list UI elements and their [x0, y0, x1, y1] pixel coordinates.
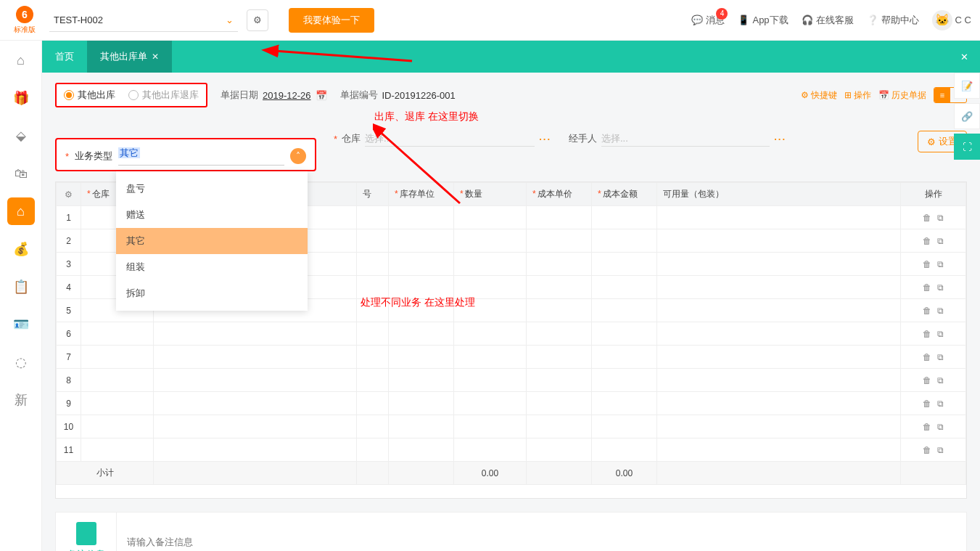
headset-icon: 🎧 — [802, 15, 813, 25]
doc-number-label: 单据编号 — [340, 89, 378, 102]
more-icon[interactable]: ··· — [539, 134, 551, 144]
remark-label: 备注信息 — [67, 548, 105, 551]
copy-row-icon[interactable]: ⧉ — [937, 352, 944, 362]
remark-input[interactable] — [117, 513, 966, 551]
messages-link[interactable]: 💬 消息 4 — [691, 14, 725, 27]
nav-id-icon[interactable]: 🪪 — [7, 311, 35, 338]
customer-service-label: 在线客服 — [816, 14, 854, 27]
view-list-button[interactable]: ≡ — [934, 88, 950, 102]
nav-gift-icon[interactable]: 🎁 — [7, 84, 35, 112]
table-row[interactable]: 7🗑⧉ — [57, 346, 966, 369]
radio-other-outbound[interactable]: 其他出库 — [64, 89, 115, 102]
copy-row-icon[interactable]: ⧉ — [937, 399, 944, 409]
annotation-text-1: 出库、退库 在这里切换 — [374, 110, 967, 123]
column-available: 可用量（包装） — [657, 183, 901, 206]
history-label: 历史单据 — [892, 89, 926, 102]
org-selector-value: TEST-H002 — [54, 15, 103, 25]
header-toolbar: ⚙快捷键 ⊞操作 📅历史单据 ≡ ⊞ — [801, 87, 967, 103]
dropdown-option-pankui[interactable]: 盘亏 — [116, 176, 308, 202]
delete-row-icon[interactable]: 🗑 — [923, 282, 931, 293]
dropdown-option-qita[interactable]: 其它 — [116, 228, 308, 254]
dropdown-option-zuzhuang[interactable]: 组装 — [116, 254, 308, 280]
settings-gear-button[interactable]: ⚙ — [247, 9, 268, 31]
more-icon[interactable]: ··· — [774, 134, 786, 144]
dropdown-option-chaixie[interactable]: 拆卸 — [116, 280, 308, 306]
doc-date-value[interactable]: 2019-12-26 — [263, 90, 311, 101]
tab-home[interactable]: 首页 — [42, 41, 87, 73]
customer-service-link[interactable]: 🎧 在线客服 — [802, 14, 854, 27]
subtotal-qty: 0.00 — [454, 462, 527, 485]
handler-select[interactable]: 经手人 选择... ··· — [569, 131, 786, 147]
table-row[interactable]: 10🗑⧉ — [57, 415, 966, 438]
nav-sync-icon[interactable]: ◌ — [7, 348, 35, 376]
doc-number-value: ID-20191226-001 — [382, 90, 456, 101]
delete-row-icon[interactable]: 🗑 — [923, 306, 931, 316]
table-row[interactable]: 8🗑⧉ — [57, 369, 966, 392]
nav-clipboard-icon[interactable]: 📋 — [7, 273, 35, 301]
delete-row-icon[interactable]: 🗑 — [923, 213, 931, 223]
dropdown-option-zengsong[interactable]: 赠送 — [116, 202, 308, 228]
rail-link-icon[interactable]: 🔗 — [954, 103, 980, 129]
delete-row-icon[interactable]: 🗑 — [923, 259, 931, 269]
rail-note-icon[interactable]: 📝 — [954, 73, 980, 99]
help-center-link[interactable]: ❔ 帮助中心 — [867, 14, 919, 27]
rail-expand-icon[interactable]: ⛶ — [954, 134, 980, 160]
copy-row-icon[interactable]: ⧉ — [937, 213, 944, 223]
ops-link[interactable]: ⊞操作 — [844, 89, 871, 102]
chevron-up-icon[interactable]: ˄ — [290, 148, 306, 164]
history-link[interactable]: 📅历史单据 — [878, 89, 926, 102]
nav-new-icon[interactable]: 新 — [7, 386, 35, 414]
nav-money-icon[interactable]: 💰 — [7, 235, 35, 263]
copy-row-icon[interactable]: ⧉ — [937, 329, 944, 339]
table-row[interactable]: 11🗑⧉ — [57, 438, 966, 462]
warehouse-label: 仓库 — [342, 132, 361, 145]
header-row: 其他出库 其他出库退库 单据日期 2019-12-26 📅 单据编号 — [55, 83, 967, 107]
copy-row-icon[interactable]: ⧉ — [937, 236, 944, 246]
delete-row-icon[interactable]: 🗑 — [923, 352, 931, 362]
radio-label: 其他出库 — [78, 89, 115, 102]
shortcut-link[interactable]: ⚙快捷键 — [801, 89, 837, 102]
calendar-icon[interactable]: 📅 — [316, 90, 327, 101]
table-row[interactable]: 9🗑⧉ — [57, 392, 966, 415]
warehouse-select[interactable]: * 仓库 选择... ··· — [334, 131, 551, 147]
table-row[interactable]: 6🗑⧉ — [57, 322, 966, 346]
user-name: C C — [955, 15, 971, 25]
copy-row-icon[interactable]: ⧉ — [937, 306, 944, 316]
tabs-close-all-button[interactable]: ✕ — [948, 41, 980, 73]
tab-close-icon[interactable]: ✕ — [152, 52, 159, 62]
copy-row-icon[interactable]: ⧉ — [937, 375, 944, 385]
radio-other-outbound-return[interactable]: 其他出库退库 — [128, 89, 199, 102]
column-num: 号 — [357, 183, 389, 206]
outbound-type-radio-group: 其他出库 其他出库退库 — [55, 83, 207, 107]
delete-row-icon[interactable]: 🗑 — [923, 329, 931, 339]
copy-row-icon[interactable]: ⧉ — [937, 445, 944, 455]
tab-other-outbound[interactable]: 其他出库单 ✕ — [87, 41, 172, 73]
delete-row-icon[interactable]: 🗑 — [923, 399, 931, 409]
row-index: 9 — [57, 392, 81, 415]
nav-bag-icon[interactable]: 🛍 — [7, 160, 35, 187]
message-icon: 💬 — [691, 15, 703, 25]
copy-row-icon[interactable]: ⧉ — [937, 259, 944, 269]
avatar: 🐱 — [932, 10, 952, 30]
nav-warehouse-icon[interactable]: ⌂ — [7, 197, 35, 225]
gear-icon: ⚙ — [927, 136, 936, 147]
copy-row-icon[interactable]: ⧉ — [937, 422, 944, 432]
column-settings[interactable]: ⚙ — [57, 183, 81, 206]
delete-row-icon[interactable]: 🗑 — [923, 375, 931, 385]
phone-icon: 📱 — [738, 15, 749, 25]
experience-button[interactable]: 我要体验一下 — [289, 8, 374, 33]
delete-row-icon[interactable]: 🗑 — [923, 236, 931, 246]
copy-row-icon[interactable]: ⧉ — [937, 282, 944, 293]
subtotal-amount: 0.00 — [592, 462, 657, 485]
delete-row-icon[interactable]: 🗑 — [923, 445, 931, 455]
user-menu[interactable]: 🐱 C C — [932, 10, 971, 30]
right-rail: 📝 🔗 ⛶ — [954, 73, 980, 160]
app-download-link[interactable]: 📱 App下载 — [738, 14, 788, 27]
delete-row-icon[interactable]: 🗑 — [923, 422, 931, 432]
org-selector[interactable]: TEST-H002 ⌄ — [49, 9, 238, 32]
row-index: 2 — [57, 229, 81, 253]
nav-home-icon[interactable]: ⌂ — [7, 46, 35, 74]
business-type-input[interactable]: 其它 — [118, 147, 284, 166]
calendar-icon: 📅 — [878, 90, 889, 100]
nav-tag-icon[interactable]: ⬙ — [7, 122, 35, 150]
